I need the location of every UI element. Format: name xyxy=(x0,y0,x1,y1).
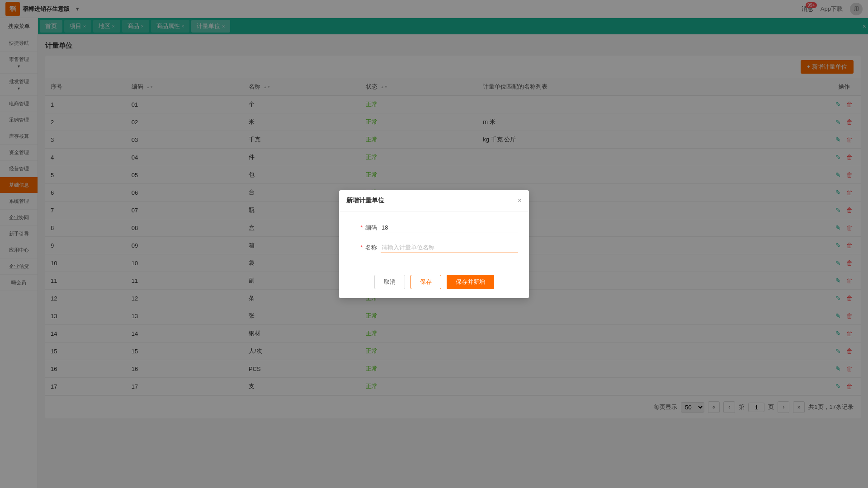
modal-header: 新增计量单位 × xyxy=(339,190,529,211)
name-label: * 名称 xyxy=(350,244,377,252)
modal-body: * 编码 * 名称 xyxy=(339,211,529,269)
name-input[interactable] xyxy=(381,242,518,253)
save-and-add-button[interactable]: 保存并新增 xyxy=(447,275,494,289)
add-unit-modal: 新增计量单位 × * 编码 * 名称 取消 保存 保存并新增 xyxy=(339,190,529,298)
form-row-name: * 名称 xyxy=(350,242,518,253)
modal-close-btn[interactable]: × xyxy=(518,197,522,205)
form-row-code: * 编码 xyxy=(350,222,518,233)
name-required-star: * xyxy=(360,244,363,251)
modal-overlay[interactable]: 新增计量单位 × * 编码 * 名称 取消 保存 保存并新增 xyxy=(0,0,868,488)
code-required-star: * xyxy=(360,224,363,231)
save-button[interactable]: 保存 xyxy=(410,275,441,289)
code-label: * 编码 xyxy=(350,224,377,232)
cancel-button[interactable]: 取消 xyxy=(374,275,405,289)
code-input[interactable] xyxy=(381,222,518,233)
modal-title: 新增计量单位 xyxy=(346,197,384,205)
modal-footer: 取消 保存 保存并新增 xyxy=(339,269,529,298)
